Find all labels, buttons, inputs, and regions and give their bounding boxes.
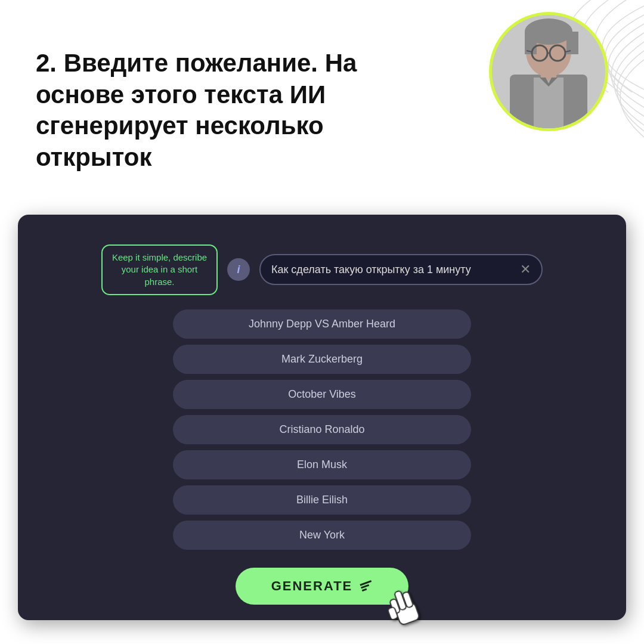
suggestion-item[interactable]: October Vibes — [173, 380, 471, 409]
person-illustration — [498, 15, 599, 128]
suggestions-list: Johnny Depp VS Amber Heard Mark Zuckerbe… — [173, 309, 471, 550]
suggestion-item[interactable]: New York — [173, 521, 471, 550]
hint-bubble: Keep it simple, describe your idea in a … — [101, 244, 218, 295]
avatar — [489, 12, 608, 131]
app-window: Keep it simple, describe your idea in a … — [18, 215, 626, 620]
clear-button[interactable]: ✕ — [520, 262, 531, 277]
suggestion-item[interactable]: Elon Musk — [173, 450, 471, 479]
suggestion-item[interactable]: Cristiano Ronaldo — [173, 415, 471, 444]
main-heading: 2. Введите пожелание. На основе этого те… — [36, 48, 370, 173]
suggestion-item[interactable]: Billie Eilish — [173, 485, 471, 515]
search-input[interactable]: Как сделать такую открытку за 1 минуту — [271, 264, 515, 276]
search-input-wrap[interactable]: Как сделать такую открытку за 1 минуту ✕ — [259, 254, 543, 285]
info-button[interactable]: i — [227, 258, 250, 281]
cursor-hand-icon — [380, 579, 431, 640]
suggestion-item[interactable]: Johnny Depp VS Amber Heard — [173, 309, 471, 339]
suggestion-item[interactable]: Mark Zuckerberg — [173, 345, 471, 374]
search-row: Keep it simple, describe your idea in a … — [101, 244, 543, 295]
generate-button[interactable]: GENERATE — [236, 568, 409, 605]
